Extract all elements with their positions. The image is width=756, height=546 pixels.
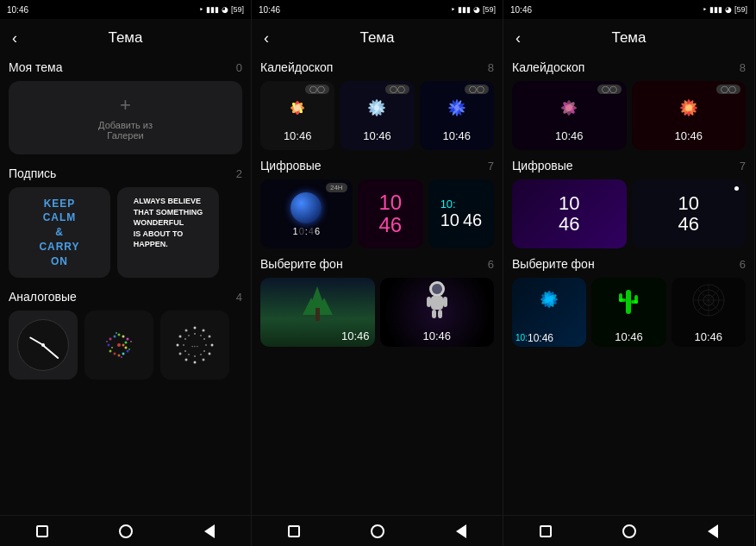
spiral-card[interactable] <box>84 311 153 380</box>
circle-icon-1 <box>119 524 133 538</box>
bg-mandala-card[interactable]: 10:46 <box>672 278 746 347</box>
nav-circle-2[interactable] <box>368 522 387 541</box>
planet-icon <box>291 192 322 223</box>
back-button-2[interactable]: ‹ <box>264 29 269 47</box>
svg-point-39 <box>200 354 202 355</box>
clock-center <box>41 343 45 347</box>
svg-point-29 <box>185 359 188 361</box>
digital-grad-1[interactable]: 10 46 <box>512 179 627 248</box>
svg-point-23 <box>203 329 205 332</box>
sig-icon-2: ▮▮▮ <box>458 5 471 14</box>
forest-time: 10:46 <box>341 329 370 342</box>
svg-point-80 <box>565 104 572 111</box>
circle-icon-2 <box>371 524 384 538</box>
cyan-bottom: 10 46 <box>440 210 483 230</box>
grad-min-1: 46 <box>559 214 579 235</box>
dark-min: 46 <box>678 214 699 235</box>
kaleido-time-1: 10:46 <box>284 129 312 142</box>
status-icons-1: ‣ ▮▮▮ ◕ [59] <box>199 5 244 14</box>
believe-card[interactable]: ALWAYS BELIEVETHAT SOMETHINGWONDERFULIS … <box>117 187 219 278</box>
svg-point-10 <box>114 353 116 355</box>
svg-point-25 <box>211 344 214 347</box>
header-3: ‹ Тема <box>503 19 754 57</box>
panel3-content: Калейдоскоп 8 ◯◯ 10:46 ◯◯ <box>503 57 754 515</box>
grad-time-1: 10 46 <box>559 193 579 235</box>
kaleido-item-1[interactable]: ◯◯ 10:46 <box>260 81 334 150</box>
nav-back-3[interactable] <box>703 522 722 541</box>
analog-clock-card[interactable] <box>9 311 78 380</box>
toggle-1: ◯◯ <box>305 85 329 94</box>
square-icon-2 <box>288 525 300 537</box>
svg-rect-70 <box>431 296 443 310</box>
back-button-1[interactable]: ‹ <box>12 29 17 47</box>
kaleido-item-4[interactable]: ◯◯ 10:46 <box>512 81 627 150</box>
signal-icon: ▮▮▮ <box>206 5 219 14</box>
kaleido-grid-2: ◯◯ 10:46 ◯◯ <box>260 81 494 150</box>
analog-label: Аналоговые <box>9 290 77 304</box>
digital-label-3: Цифровые <box>512 159 573 173</box>
triangle-icon-2 <box>456 524 466 538</box>
nav-square-1[interactable] <box>33 522 52 541</box>
header-2: ‹ Тема <box>252 19 503 57</box>
svg-rect-68 <box>316 308 320 321</box>
digital-dark[interactable]: 10 46 <box>632 179 747 248</box>
digital-grid-3: 10 46 10 46 <box>512 179 746 248</box>
bluetooth-icon: ‣ <box>199 5 203 14</box>
bt-icon-3: ‣ <box>703 5 707 14</box>
kaleido-item-3[interactable]: ◯◯ 10:46 <box>420 81 494 150</box>
svg-point-43 <box>183 344 184 346</box>
grad-hour-1: 10 <box>559 193 579 214</box>
svg-rect-98 <box>634 295 638 304</box>
triangle-icon-1 <box>204 524 215 538</box>
svg-point-34 <box>194 333 196 335</box>
astronaut-svg <box>420 280 454 322</box>
digital-label-2: Цифровые <box>260 159 322 173</box>
bg-flower-card[interactable]: 10: 10:46 <box>512 278 586 347</box>
nav-square-3[interactable] <box>536 522 555 541</box>
pink-min: 46 <box>378 214 402 236</box>
header-1: ‹ Тема <box>0 19 251 57</box>
bg-forest-card[interactable]: 10:46 <box>260 278 375 347</box>
header-title-3: Тема <box>611 29 646 47</box>
bg-cactus-card[interactable]: 10:46 <box>591 278 665 347</box>
pink-hour: 10 <box>378 191 402 214</box>
svg-point-64 <box>454 105 459 110</box>
my-theme-label: Моя тема <box>9 60 63 74</box>
spiral-svg <box>93 319 145 371</box>
svg-point-7 <box>122 336 125 338</box>
digital-planet[interactable]: 24H 1 0 : 4 6 <box>260 179 353 248</box>
svg-rect-73 <box>432 310 436 318</box>
add-from-gallery-card[interactable]: + Добавить изГалереи <box>9 81 242 154</box>
kaleido-label-2: Калейдоскоп <box>260 60 333 74</box>
svg-point-41 <box>188 354 190 355</box>
bg-astronaut-card[interactable]: 10:46 <box>380 278 495 347</box>
back-button-3[interactable]: ‹ <box>515 29 521 47</box>
svg-point-18 <box>106 341 108 342</box>
svg-point-26 <box>209 353 211 355</box>
svg-point-9 <box>118 334 121 336</box>
nav-circle-3[interactable] <box>620 522 639 541</box>
status-bar-2: 10:46 ‣ ▮▮▮ ◕ [59] <box>252 0 503 19</box>
digital-cyan[interactable]: 10: 10 46 <box>428 179 494 248</box>
keep-calm-card[interactable]: KEEPCALM&CARRYON <box>9 187 110 278</box>
subscription-label: Подпись <box>9 166 56 180</box>
flower-svg-3 <box>439 90 475 126</box>
nav-circle-1[interactable] <box>116 522 135 541</box>
kaleido-item-5[interactable]: ◯◯ 10:46 <box>632 81 747 150</box>
digital-section-2: Цифровые 7 <box>260 159 494 173</box>
bat-icon-3: [59] <box>734 5 747 14</box>
svg-rect-96 <box>619 293 622 302</box>
svg-point-22 <box>194 327 197 329</box>
kaleido-item-2[interactable]: ◯◯ 10:46 <box>340 81 414 150</box>
wifi-icon: ◕ <box>222 5 228 14</box>
kaleido-time-5: 10:46 <box>674 129 703 142</box>
svg-point-37 <box>205 344 207 346</box>
bottom-nav-2 <box>252 515 503 546</box>
nav-square-2[interactable] <box>284 522 303 541</box>
dark-time: 10 46 <box>678 193 699 235</box>
dotted-ring-card[interactable]: ··· <box>160 311 229 380</box>
nav-back-2[interactable] <box>452 522 471 541</box>
digital-pink[interactable]: 10 46 <box>358 179 423 248</box>
bg-section-2: Выберите фон 6 <box>260 257 494 271</box>
nav-back-1[interactable] <box>200 522 219 541</box>
